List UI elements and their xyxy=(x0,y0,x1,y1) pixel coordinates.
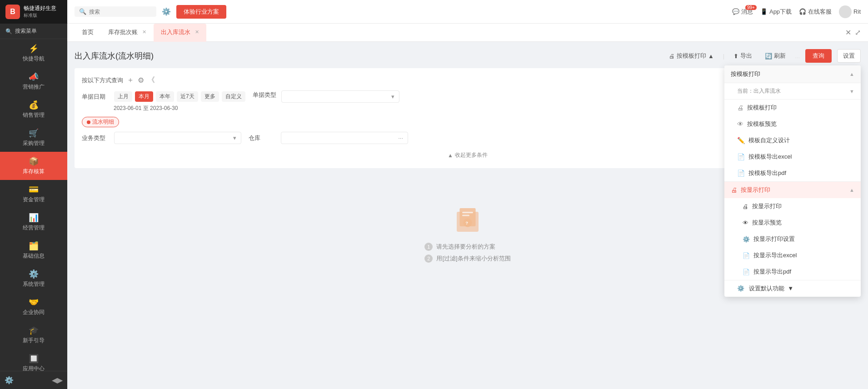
app-download-item[interactable]: 📱 App下载 xyxy=(760,8,792,16)
filter-collapse-icon[interactable]: 《 xyxy=(148,75,155,85)
nav-icon-sales: 💰 xyxy=(29,100,39,110)
date-option-本月[interactable]: 本月 xyxy=(135,91,153,102)
export-button[interactable]: ⬆ 导出 xyxy=(730,50,756,62)
query-button[interactable]: 查询 xyxy=(805,49,832,63)
dropdown-sub-display-export-excel[interactable]: 📄 按显示导出excel xyxy=(724,247,861,264)
topbar-search-icon: 🔍 xyxy=(79,8,86,15)
sidebar-search[interactable]: 🔍 搜索菜单 xyxy=(0,24,67,39)
dropdown-item-template-export-pdf[interactable]: 📄 按模板导出pdf xyxy=(724,165,861,181)
search-input[interactable] xyxy=(89,9,152,15)
sidebar-item-finance[interactable]: 💳 资金管理 xyxy=(0,180,67,208)
nav-label-enterprise: 企业协同 xyxy=(23,309,45,316)
refresh-icon: 🔄 xyxy=(765,53,772,60)
display-group-chevron: ▲ xyxy=(849,187,854,193)
dropdown-item-template-print[interactable]: 🖨 按模板打印 xyxy=(724,100,861,116)
trial-button[interactable]: 体验行业方案 xyxy=(176,5,226,19)
nav-label-inventory: 库存核算 xyxy=(23,168,45,175)
user-item[interactable]: Rit xyxy=(839,5,861,18)
dropdown-sub-display-print-settings[interactable]: ⚙️ 按显示打印设置 xyxy=(724,231,861,247)
logo-area: B 畅捷通好生意 标准版 xyxy=(0,0,67,24)
doc-type-select[interactable]: ▾ xyxy=(281,90,399,103)
sidebar-item-marketing[interactable]: 📣 营销推广 xyxy=(0,67,67,95)
tabbar-expand-icon[interactable]: ⤢ xyxy=(855,28,861,37)
sidebar-item-appcenter[interactable]: 🔲 应用中心 xyxy=(0,349,67,371)
dropdown-sub-display-export-pdf[interactable]: 📄 按显示导出pdf xyxy=(724,264,861,280)
dropdown-item-template-custom[interactable]: ✏️ 模板自定义设计 xyxy=(724,132,861,149)
dropdown-chevron-up[interactable]: ▲ xyxy=(849,71,854,77)
tag-dot xyxy=(87,120,90,124)
dropdown-footer[interactable]: ⚙️ 设置默认功能 ▼ xyxy=(724,280,861,297)
display-print-icon: 🖨 xyxy=(731,186,737,194)
filter-setting-icon[interactable]: ⚙ xyxy=(138,76,144,85)
dropdown-item-template-preview[interactable]: 👁 按模板预览 xyxy=(724,116,861,132)
dropdown-item-template-export-excel[interactable]: 📄 按模板导出excel xyxy=(724,149,861,165)
nav-icon-finance: 💳 xyxy=(29,185,39,194)
date-option-本年[interactable]: 本年 xyxy=(156,91,174,102)
nav-icon-guide: 🎓 xyxy=(29,325,39,335)
tabbar-close-icon[interactable]: ✕ xyxy=(845,28,851,37)
app-download-label: App下载 xyxy=(769,8,792,16)
sidebar-item-purchase[interactable]: 🛒 采购管理 xyxy=(0,124,67,152)
footer-icon: ⚙️ xyxy=(737,285,744,292)
nav-icon-basic: 🗂️ xyxy=(29,241,39,251)
template-custom-label: 模板自定义设计 xyxy=(748,136,790,145)
sidebar-item-inventory[interactable]: 📦 库存核算 xyxy=(0,152,67,180)
dropdown-display-section: 🖨 按显示打印 ▲ 🖨 按显示打印 👁 按显示预览 ⚙️ 按显示打印设置 📄 按… xyxy=(724,182,861,280)
logo-icon: B xyxy=(5,5,20,19)
business-type-select[interactable]: ▾ xyxy=(114,132,241,144)
dropdown-sub-display-print[interactable]: 🖨 按显示打印 xyxy=(724,198,861,214)
sidebar-item-operations[interactable]: 📊 经营管理 xyxy=(0,208,67,236)
current-label: 当前：出入库流水 xyxy=(737,87,781,95)
tab-close-flow[interactable]: ✕ xyxy=(195,29,199,35)
tab-flow[interactable]: 出入库流水✕ xyxy=(154,24,206,42)
display-print-label: 按显示打印 xyxy=(752,202,782,210)
tab-home[interactable]: 首页 xyxy=(75,24,101,42)
flow-detail-label: 流水明细 xyxy=(92,118,114,126)
customer-service-item[interactable]: 🎧 在线客服 xyxy=(799,8,832,16)
tabbar-right: ✕ ⤢ xyxy=(845,28,861,37)
sidebar-item-quick-nav[interactable]: ⚡ 快捷导航 xyxy=(0,39,67,67)
date-option-更多[interactable]: 更多 xyxy=(201,91,219,102)
date-option-上月[interactable]: 上月 xyxy=(114,91,132,102)
sidebar-item-basic[interactable]: 🗂️ 基础信息 xyxy=(0,236,67,264)
business-dropdown-icon: ▾ xyxy=(233,135,236,141)
nav-label-guide: 新手引导 xyxy=(23,337,45,344)
logo-tag: 标准版 xyxy=(24,12,56,19)
topbar: 🔍 ⚙️ 体验行业方案 💬 消息 99+ 📱 App下载 🎧 在线客服 Rit xyxy=(67,0,868,24)
dropdown-display-group-header[interactable]: 🖨 按显示打印 ▲ xyxy=(724,182,861,198)
sidebar-item-sales[interactable]: 💰 销售管理 xyxy=(0,95,67,124)
sidebar-item-guide[interactable]: 🎓 新手引导 xyxy=(0,321,67,349)
sidebar-item-enterprise[interactable]: 🤝 企业协同 xyxy=(0,293,67,321)
display-print-icon: 🖨 xyxy=(743,203,748,210)
display-group-label: 按显示打印 xyxy=(741,186,846,194)
tab-close-inventory-batch[interactable]: ✕ xyxy=(142,29,146,35)
dropdown-title: 按模板打印 xyxy=(731,70,760,78)
dropdown-sub-display-preview[interactable]: 👁 按显示预览 xyxy=(724,214,861,231)
business-type-label: 业务类型 xyxy=(82,134,107,142)
collapse-icon[interactable]: ◀▶ xyxy=(52,376,63,384)
warehouse-input[interactable]: ··· xyxy=(281,132,408,144)
refresh-button[interactable]: 🔄 刷新 xyxy=(761,50,789,62)
add-filter-icon[interactable]: ＋ xyxy=(127,75,134,85)
page-header: 出入库流水(流水明细) 🖨 按模板打印 ▲ | ⬆ 导出 🔄 刷新 ... 查询 xyxy=(75,49,861,63)
gear-icon[interactable]: ⚙️ xyxy=(162,7,171,16)
dropdown-current-item[interactable]: 当前：出入库流水 ▼ xyxy=(724,83,861,99)
display-preview-label: 按显示预览 xyxy=(752,219,782,227)
date-option-自定义[interactable]: 自定义 xyxy=(222,91,245,102)
settings-icon[interactable]: ⚙️ xyxy=(5,376,14,384)
topbar-search[interactable]: 🔍 xyxy=(75,6,156,17)
sidebar-nav: ⚡ 快捷导航 📣 营销推广 💰 销售管理 🛒 采购管理 📦 库存核算 💳 资金管… xyxy=(0,39,67,371)
settings-button[interactable]: 设置 xyxy=(837,49,861,63)
nav-icon-quick-nav: ⚡ xyxy=(29,44,39,54)
date-option-近7天[interactable]: 近7天 xyxy=(177,91,198,102)
message-item[interactable]: 💬 消息 99+ xyxy=(732,8,753,16)
search-icon: 🔍 xyxy=(5,28,12,35)
nav-label-basic: 基础信息 xyxy=(23,252,45,260)
chevron-up-icon: ▲ xyxy=(708,53,714,60)
footer-label: 设置默认功能 xyxy=(749,285,784,292)
warehouse-more-icon: ··· xyxy=(398,135,403,141)
print-template-button[interactable]: 🖨 按模板打印 ▲ xyxy=(665,50,718,62)
tab-inventory-batch[interactable]: 库存批次账✕ xyxy=(101,24,154,42)
sidebar-item-system[interactable]: ⚙️ 系统管理 xyxy=(0,264,67,293)
search-menu-button[interactable]: 🔍 搜索菜单 xyxy=(5,27,62,35)
